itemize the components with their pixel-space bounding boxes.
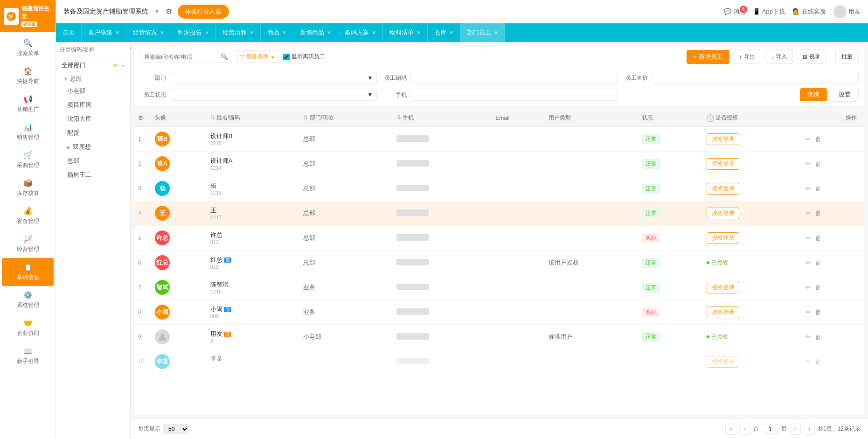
- show-resigned-toggle[interactable]: 显示离职员工: [283, 53, 325, 61]
- tab-close-dept-staff[interactable]: ✕: [494, 30, 498, 36]
- topbar-dropdown-icon[interactable]: ▼: [154, 8, 160, 15]
- tab-material[interactable]: 物料清单✕: [383, 23, 428, 42]
- tab-history[interactable]: 经营历程✕: [216, 23, 261, 42]
- auth-login-btn[interactable]: 授权登录: [707, 133, 739, 145]
- edit-icon[interactable]: ✏: [806, 234, 811, 242]
- auth-login-btn[interactable]: 授权登录: [707, 208, 739, 219]
- add-employee-btn[interactable]: + 新增员工: [687, 50, 729, 64]
- sidebar-item-operation[interactable]: 📈经营管理: [0, 230, 56, 258]
- delete-icon[interactable]: 🗑: [815, 185, 821, 192]
- sidebar-item-search[interactable]: 🔍搜索菜单: [0, 34, 56, 62]
- sidebar-item-finance[interactable]: 💰资金管理: [0, 202, 56, 230]
- tree-edit-icon[interactable]: ✏: [113, 62, 118, 69]
- edit-icon[interactable]: ✏: [806, 160, 811, 167]
- prev-page-btn[interactable]: ‹: [739, 424, 750, 435]
- trial-btn[interactable]: 体验行业方案: [178, 5, 229, 19]
- tree-item-shenyang[interactable]: 沈阳大库: [56, 112, 130, 126]
- auth-login-btn[interactable]: 授权登录: [707, 307, 739, 318]
- delete-icon[interactable]: 🗑: [815, 358, 821, 365]
- tab-operation-status[interactable]: 经营情况✕: [126, 23, 171, 42]
- tab-close-history[interactable]: ✕: [250, 30, 254, 36]
- delete-icon[interactable]: 🗑: [815, 209, 821, 217]
- tab-customer[interactable]: 客户联络✕: [82, 23, 126, 42]
- tree-item-xiaodian[interactable]: 小电部: [56, 84, 130, 98]
- delete-icon[interactable]: 🗑: [815, 333, 821, 341]
- edit-icon[interactable]: ✏: [806, 209, 811, 217]
- sidebar-item-system[interactable]: ⚙️系统管理: [0, 286, 56, 314]
- phone-input[interactable]: [410, 89, 618, 101]
- more-conditions-btn[interactable]: ▽ 更多条件 ▲: [236, 50, 279, 63]
- message-btn[interactable]: 💬 6 消息: [724, 7, 745, 16]
- tree-search-input[interactable]: [60, 46, 130, 53]
- tab-dept-staff[interactable]: 部门员工✕: [460, 23, 505, 42]
- auth-login-btn[interactable]: 授权登录: [707, 183, 739, 195]
- col-dept-pos[interactable]: ⇅ 部门/职位: [299, 109, 393, 127]
- auth-login-btn[interactable]: 授权登录: [707, 232, 739, 244]
- tab-profit[interactable]: 利润报告✕: [171, 23, 216, 42]
- auth-login-btn[interactable]: 授权登录: [707, 158, 739, 170]
- delete-icon[interactable]: 🗑: [815, 234, 821, 242]
- tree-item-shuanglu[interactable]: ▶双鹿想: [56, 140, 130, 154]
- auth-info-icon[interactable]: ⓘ: [707, 114, 714, 122]
- tab-close-new-goods[interactable]: ✕: [327, 30, 331, 36]
- tab-goods[interactable]: 商品✕: [261, 23, 293, 42]
- edit-icon[interactable]: ✏: [806, 259, 811, 266]
- sidebar-item-marketing[interactable]: 📢营销推广: [0, 90, 56, 118]
- tree-item-chashuwang[interactable]: 插树王二: [56, 168, 130, 182]
- tree-item-distribution[interactable]: 配货: [56, 126, 130, 140]
- sidebar-item-collab[interactable]: 🤝企业协同: [0, 314, 56, 342]
- import-btn[interactable]: ↓ 导入: [765, 49, 793, 64]
- delete-icon[interactable]: 🗑: [815, 259, 821, 266]
- tree-item-zongbu[interactable]: 总部: [56, 154, 130, 168]
- first-page-btn[interactable]: «: [725, 424, 736, 435]
- edit-icon[interactable]: ✏: [806, 333, 811, 341]
- batch-btn[interactable]: 批量: [835, 49, 859, 64]
- show-resigned-checkbox[interactable]: [283, 54, 290, 60]
- filter-search-input[interactable]: [144, 54, 219, 60]
- tab-close-operation-status[interactable]: ✕: [160, 30, 164, 36]
- last-page-btn[interactable]: »: [804, 424, 815, 435]
- sidebar-item-basic[interactable]: 📋基础信息: [2, 258, 54, 286]
- sidebar-item-sales[interactable]: 📊销售管理: [0, 118, 56, 146]
- edit-icon[interactable]: ✏: [806, 358, 811, 365]
- tab-close-warehouse[interactable]: ✕: [449, 30, 453, 36]
- tree-item-project[interactable]: 项目库房: [56, 98, 130, 112]
- tab-barcode[interactable]: 条码方案✕: [338, 23, 383, 42]
- col-settings[interactable]: ⚙: [134, 109, 151, 127]
- sidebar-item-purchase[interactable]: 🛒采购管理: [0, 146, 56, 174]
- emp-name-input[interactable]: [652, 72, 859, 84]
- page-size-select[interactable]: 50 20 100: [163, 424, 189, 434]
- edit-icon[interactable]: ✏: [806, 284, 811, 291]
- user-avatar-btn[interactable]: 用友: [833, 5, 861, 18]
- tab-close-material[interactable]: ✕: [417, 30, 421, 36]
- delete-icon[interactable]: 🗑: [815, 135, 821, 143]
- tab-home[interactable]: 首页: [56, 23, 82, 42]
- sidebar-item-inventory[interactable]: 📦库存核算: [0, 174, 56, 202]
- dept-select[interactable]: ▼: [170, 72, 377, 84]
- col-name-code[interactable]: ⇅ 姓名/编码: [207, 109, 300, 127]
- delete-icon[interactable]: 🗑: [815, 284, 821, 291]
- tab-close-customer[interactable]: ✕: [115, 30, 119, 36]
- tree-collapse-icon[interactable]: «: [121, 62, 125, 69]
- edit-icon[interactable]: ✏: [806, 308, 811, 316]
- status-select[interactable]: ▼: [170, 89, 377, 101]
- tab-close-profit[interactable]: ✕: [205, 30, 209, 36]
- edit-icon[interactable]: ✏: [806, 135, 811, 143]
- delete-icon[interactable]: 🗑: [815, 160, 821, 167]
- next-page-btn[interactable]: ›: [790, 424, 801, 435]
- edit-icon[interactable]: ✏: [806, 185, 811, 192]
- online-service-btn[interactable]: 💁 在线客服: [792, 7, 826, 16]
- col-phone[interactable]: ⇅ 手机: [393, 109, 492, 127]
- sidebar-item-guide[interactable]: 📖新手引导: [0, 342, 56, 370]
- tab-close-goods[interactable]: ✕: [282, 30, 286, 36]
- tab-close-barcode[interactable]: ✕: [372, 30, 376, 36]
- sidebar-item-nav[interactable]: 🏠快捷导航: [0, 62, 56, 90]
- filter-search-icon[interactable]: 🔍: [221, 53, 228, 60]
- emp-code-input[interactable]: [410, 72, 618, 84]
- auth-login-btn[interactable]: 授权登录: [707, 356, 739, 368]
- tab-new-goods[interactable]: 新增商品✕: [293, 23, 338, 42]
- view-btn[interactable]: ⊞ 视录: [797, 49, 826, 64]
- settings-icon[interactable]: ⚙: [166, 7, 172, 16]
- query-btn[interactable]: 查询: [800, 88, 827, 101]
- auth-login-btn[interactable]: 授权登录: [707, 282, 739, 293]
